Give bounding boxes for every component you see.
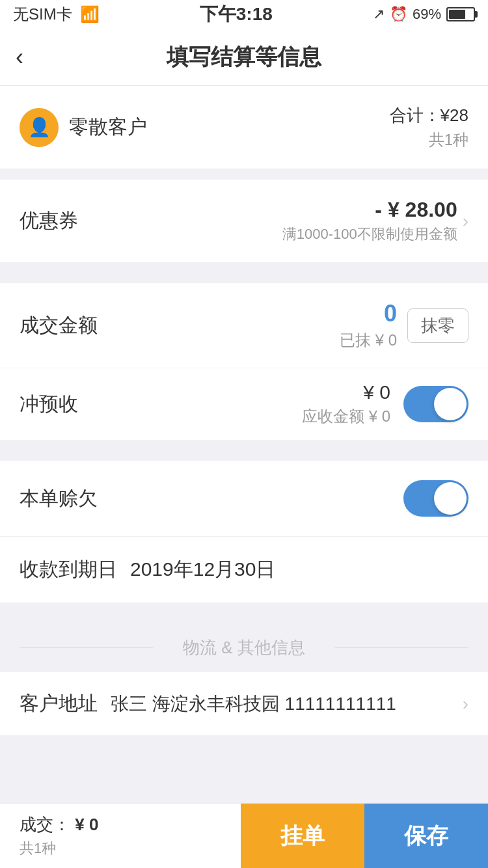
status-bar: 无SIM卡 📶 下午3:18 ↗ ⏰ 69% bbox=[0, 0, 488, 29]
status-time: 下午3:18 bbox=[200, 2, 273, 27]
status-right: ↗ ⏰ 69% bbox=[373, 6, 475, 23]
address-label: 客户地址 bbox=[20, 690, 98, 717]
debt-toggle[interactable] bbox=[403, 480, 468, 517]
bottom-bar: 成交： ¥ 0 共1种 挂单 保存 bbox=[0, 803, 488, 868]
total-count: 共1种 bbox=[390, 129, 468, 150]
deal-amount-display: ¥ 0 bbox=[75, 815, 98, 834]
debt-label: 本单赊欠 bbox=[20, 485, 98, 512]
total-label: 合计：¥28 bbox=[390, 104, 468, 127]
battery-percent: 69% bbox=[413, 6, 441, 23]
nav-bar: ‹ 填写结算等信息 bbox=[0, 29, 488, 86]
address-chevron-icon: › bbox=[463, 694, 468, 714]
round-zero-button[interactable]: 抹零 bbox=[407, 308, 468, 343]
address-card[interactable]: 客户地址 张三 海淀永丰科技园 11111111111 › bbox=[0, 672, 488, 735]
alarm-icon: ⏰ bbox=[390, 6, 407, 23]
page-title: 填写结算等信息 bbox=[167, 42, 321, 72]
precharge-label: 冲预收 bbox=[20, 391, 78, 418]
coupon-description: 满1000-100不限制使用金额 bbox=[282, 224, 457, 244]
deal-amount-label: 成交金额 bbox=[20, 312, 98, 339]
deal-amount-card: 成交金额 已抹 ¥ 0 抹零 冲预收 ¥ 0 应收金额 ¥ 0 bbox=[0, 283, 488, 440]
precharge-row: 冲预收 ¥ 0 应收金额 ¥ 0 bbox=[0, 368, 488, 440]
precharge-right: ¥ 0 应收金额 ¥ 0 bbox=[302, 381, 468, 427]
logistics-divider: 物流 & 其他信息 bbox=[0, 623, 488, 672]
deal-label: 成交： bbox=[20, 815, 70, 834]
deal-amount-values: 已抹 ¥ 0 bbox=[340, 300, 397, 351]
customer-name: 零散客户 bbox=[69, 114, 147, 141]
separator-2 bbox=[0, 450, 488, 461]
due-date-value[interactable]: 2019年12月30日 bbox=[130, 556, 275, 583]
main-content: 👤 零散客户 合计：¥28 共1种 优惠券 - ¥ 28.00 满1000-10… bbox=[0, 86, 488, 817]
deal-amount-right: 已抹 ¥ 0 抹零 bbox=[340, 300, 468, 351]
deal-amount-row: 成交金额 已抹 ¥ 0 抹零 bbox=[0, 283, 488, 368]
bottom-count: 共1种 bbox=[20, 839, 221, 858]
precharge-sub-amount: 应收金额 ¥ 0 bbox=[302, 406, 390, 427]
chevron-right-icon: › bbox=[463, 211, 468, 232]
avatar-icon: 👤 bbox=[28, 116, 51, 138]
avatar: 👤 bbox=[20, 108, 59, 147]
due-date-row: 收款到期日 2019年12月30日 bbox=[0, 536, 488, 603]
coupon-label: 优惠券 bbox=[20, 208, 78, 234]
customer-left: 👤 零散客户 bbox=[20, 108, 147, 147]
divider-line-right bbox=[335, 647, 468, 648]
precharge-amounts: ¥ 0 应收金额 ¥ 0 bbox=[302, 381, 390, 427]
deal-amount-input[interactable] bbox=[358, 300, 397, 327]
coupon-row[interactable]: 优惠券 - ¥ 28.00 满1000-100不限制使用金额 › bbox=[0, 179, 488, 262]
logistics-text: 物流 & 其他信息 bbox=[183, 636, 305, 659]
debt-card: 本单赊欠 收款到期日 2019年12月30日 bbox=[0, 461, 488, 603]
separator-1 bbox=[0, 273, 488, 283]
precharge-toggle[interactable] bbox=[403, 386, 468, 422]
address-value: 张三 海淀永丰科技园 11111111111 bbox=[111, 692, 450, 716]
location-icon: ↗ bbox=[373, 6, 385, 23]
toggle-thumb bbox=[434, 388, 467, 420]
coupon-right: - ¥ 28.00 满1000-100不限制使用金额 › bbox=[282, 198, 468, 244]
divider-line-left bbox=[20, 647, 153, 648]
back-button[interactable]: ‹ bbox=[16, 44, 23, 71]
separator-3 bbox=[0, 613, 488, 623]
address-row[interactable]: 客户地址 张三 海淀永丰科技园 11111111111 › bbox=[0, 672, 488, 735]
due-date-label: 收款到期日 bbox=[20, 556, 117, 583]
customer-card: 👤 零散客户 合计：¥28 共1种 bbox=[0, 86, 488, 169]
bottom-deal: 成交： ¥ 0 bbox=[20, 813, 221, 836]
debt-row: 本单赊欠 bbox=[0, 461, 488, 536]
save-button[interactable]: 保存 bbox=[364, 804, 488, 869]
signal-text: 无SIM卡 bbox=[13, 4, 72, 25]
coupon-discount: - ¥ 28.00 bbox=[282, 198, 457, 222]
debt-toggle-thumb bbox=[434, 482, 467, 515]
wifi-icon: 📶 bbox=[80, 5, 100, 23]
precharge-main-amount: ¥ 0 bbox=[302, 381, 390, 403]
deal-amount-sub: 已抹 ¥ 0 bbox=[340, 330, 397, 351]
coupon-card[interactable]: 优惠券 - ¥ 28.00 满1000-100不限制使用金额 › bbox=[0, 179, 488, 262]
customer-right: 合计：¥28 共1种 bbox=[390, 104, 468, 150]
pend-button[interactable]: 挂单 bbox=[241, 804, 364, 869]
bottom-left: 成交： ¥ 0 共1种 bbox=[0, 813, 241, 858]
battery-icon bbox=[446, 7, 475, 21]
customer-row: 👤 零散客户 合计：¥28 共1种 bbox=[0, 86, 488, 169]
status-left: 无SIM卡 📶 bbox=[13, 4, 100, 25]
